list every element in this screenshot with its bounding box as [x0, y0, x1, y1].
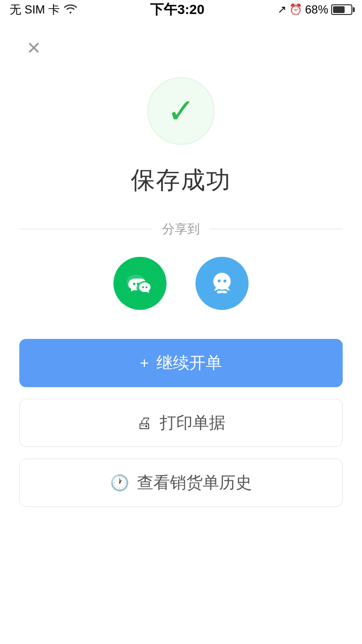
- close-button[interactable]: ✕: [19, 34, 48, 63]
- history-label: 查看销货单历史: [137, 472, 252, 494]
- print-label: 打印单据: [160, 412, 225, 434]
- print-button[interactable]: 🖨 打印单据: [19, 399, 343, 447]
- svg-point-8: [218, 280, 221, 282]
- battery-icon: [331, 4, 352, 15]
- action-buttons: + 继续开单 🖨 打印单据 🕐 查看销货单历史: [19, 339, 343, 507]
- success-title: 保存成功: [131, 164, 231, 196]
- alarm-icon: ⏰: [289, 3, 302, 16]
- close-icon: ✕: [27, 40, 41, 57]
- share-label: 分享到: [162, 221, 200, 238]
- status-left: 无 SIM 卡: [10, 2, 77, 17]
- status-time: 下午3:20: [150, 0, 204, 19]
- divider-row: 分享到: [19, 221, 343, 238]
- status-right: ↗ ⏰ 68%: [278, 3, 352, 16]
- svg-point-9: [223, 280, 226, 282]
- svg-rect-7: [220, 291, 224, 293]
- svg-point-3: [142, 286, 144, 288]
- svg-point-2: [137, 283, 139, 285]
- wifi-icon: [64, 3, 77, 16]
- history-button[interactable]: 🕐 查看销货单历史: [19, 459, 343, 507]
- svg-point-4: [146, 286, 148, 288]
- location-icon: ↗: [278, 3, 286, 16]
- continue-label: 继续开单: [156, 352, 222, 374]
- svg-point-1: [133, 283, 136, 285]
- divider-line-left: [19, 229, 153, 229]
- no-sim-label: 无 SIM 卡: [10, 2, 60, 17]
- divider-line-right: [209, 229, 343, 229]
- continue-button[interactable]: + 继续开单: [19, 339, 343, 387]
- wechat-share-button[interactable]: [113, 257, 167, 310]
- main-content: ✕ ✓ 保存成功 分享到: [0, 19, 362, 644]
- print-icon: 🖨: [137, 414, 152, 432]
- status-bar: 无 SIM 卡 下午3:20 ↗ ⏰ 68%: [0, 0, 362, 19]
- qq-icon: [207, 268, 237, 299]
- plus-icon: +: [140, 354, 149, 372]
- success-circle: ✓: [147, 77, 215, 145]
- history-icon: 🕐: [110, 474, 129, 492]
- share-icons: [113, 257, 249, 310]
- checkmark-icon: ✓: [167, 94, 195, 128]
- wechat-icon: [125, 268, 155, 299]
- qq-share-button[interactable]: [195, 257, 249, 310]
- battery-percent: 68%: [305, 3, 328, 16]
- share-section: 分享到: [19, 221, 343, 310]
